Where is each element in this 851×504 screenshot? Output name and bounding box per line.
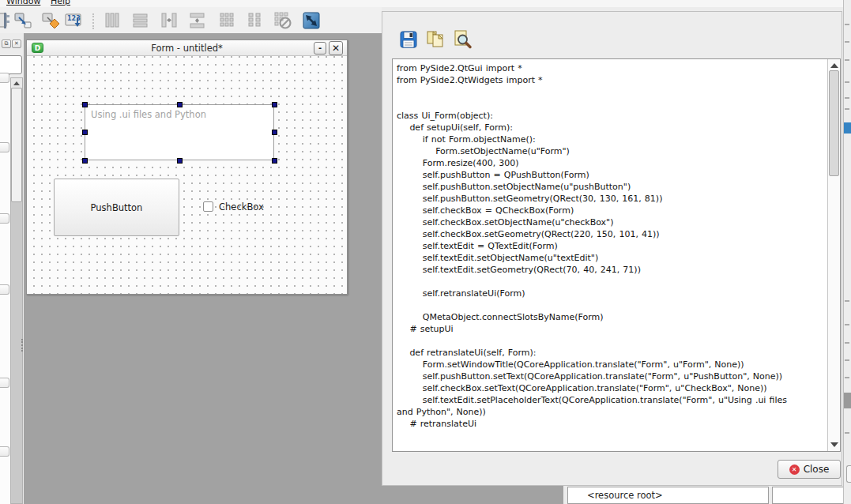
edit-buddies-button[interactable] xyxy=(41,11,60,30)
close-button-label: Close xyxy=(804,464,830,475)
toolbar-separator xyxy=(92,13,94,29)
widget-box-panel: ⧉ ✕ xyxy=(0,33,24,504)
edit-buddies-icon xyxy=(41,11,60,30)
widget-box-item-stub[interactable] xyxy=(0,284,9,295)
copy-icon xyxy=(426,30,446,49)
layout-horizontal-button[interactable] xyxy=(103,11,122,30)
pushbutton-label: PushButton xyxy=(91,202,143,213)
row-line xyxy=(845,24,849,25)
code-view: from PySide2.QtGui import * from PySide2… xyxy=(392,58,841,452)
widget-box-item-stub[interactable] xyxy=(0,142,9,152)
selection-handle[interactable] xyxy=(177,102,183,107)
widget-box-item-stub[interactable] xyxy=(0,213,9,224)
edit-widgets-icon xyxy=(0,11,10,30)
save-icon xyxy=(400,31,417,48)
form-editor-window: D Form - untitled* - ✕ Using .ui files a… xyxy=(26,39,348,295)
code-preview-dialog: from PySide2.QtGui import * from PySide2… xyxy=(382,11,842,486)
form-window-title: Form - untitled* xyxy=(27,43,347,54)
layout-horizontal-icon xyxy=(103,11,122,30)
selection-handle[interactable] xyxy=(82,102,88,107)
widget-box-item-stub[interactable] xyxy=(0,378,9,388)
layout-vertical-splitter-icon xyxy=(188,11,207,30)
form-minimize-button[interactable]: - xyxy=(314,42,326,55)
resource-browser-tree[interactable]: <resource root> xyxy=(567,487,769,504)
right-edge-panel xyxy=(843,0,851,504)
edit-signals-slots-button[interactable] xyxy=(13,11,32,30)
form-title-bar[interactable]: D Form - untitled* - ✕ xyxy=(27,40,347,56)
row-line xyxy=(845,342,849,344)
selected-row-highlight xyxy=(844,122,851,134)
break-layout-button[interactable] xyxy=(273,11,292,30)
menu-help[interactable]: Help xyxy=(51,0,70,6)
layout-form-button[interactable] xyxy=(246,11,265,30)
pushbutton-widget[interactable]: PushButton xyxy=(54,179,179,236)
menu-bar: Window Help xyxy=(0,0,851,7)
float-icon: ⧉ xyxy=(5,40,9,47)
row-line xyxy=(845,432,849,434)
scrollbar-thumb[interactable] xyxy=(829,70,839,176)
tab-order-digits: 123 xyxy=(67,15,81,22)
scroll-up-arrow-icon[interactable] xyxy=(11,78,22,88)
break-layout-icon xyxy=(273,11,292,30)
row-line xyxy=(845,41,849,43)
widget-filter-input[interactable] xyxy=(0,55,22,74)
widget-box-item-stub[interactable] xyxy=(0,73,9,83)
row-line xyxy=(845,108,849,110)
edit-tab-order-button[interactable]: 123 xyxy=(64,11,83,30)
find-icon xyxy=(453,30,473,49)
layout-grid-button[interactable] xyxy=(218,11,237,30)
layout-vertical-splitter-button[interactable] xyxy=(188,11,207,30)
adjust-size-icon xyxy=(302,11,321,30)
row-line xyxy=(845,324,849,325)
resource-root-item[interactable]: <resource root> xyxy=(587,490,663,501)
form-close-button[interactable]: ✕ xyxy=(329,41,343,55)
checkbox-widget[interactable] xyxy=(203,201,213,212)
selection-handle[interactable] xyxy=(272,102,277,107)
adjust-size-button[interactable] xyxy=(302,11,321,30)
row-line xyxy=(845,377,849,378)
scrollbar-thumb[interactable] xyxy=(11,88,22,202)
selection-handle[interactable] xyxy=(82,158,88,164)
copy-button[interactable] xyxy=(426,30,446,52)
row-line xyxy=(845,81,849,83)
edit-signals-slots-icon xyxy=(13,11,32,30)
qt-designer-screen: Window Help xyxy=(0,0,851,504)
widget-box-scrollbar[interactable] xyxy=(10,77,23,504)
layout-form-icon xyxy=(246,11,265,30)
layout-grid-icon xyxy=(218,11,237,30)
widget-box-item-stub[interactable] xyxy=(0,446,9,457)
layout-horizontal-splitter-button[interactable] xyxy=(160,11,179,30)
menu-window[interactable]: Window xyxy=(6,0,40,6)
main-toolbar: 123 xyxy=(0,7,382,33)
selection-handle[interactable] xyxy=(177,158,183,164)
row-line xyxy=(845,300,849,302)
generated-code-text[interactable]: from PySide2.QtGui import * from PySide2… xyxy=(393,59,827,451)
row-line xyxy=(845,359,849,361)
row-line xyxy=(845,97,849,99)
section-header-edge xyxy=(844,393,851,408)
edit-widgets-button[interactable] xyxy=(0,11,10,30)
close-circle-icon: ✕ xyxy=(789,465,800,475)
selection-handle[interactable] xyxy=(82,130,88,135)
row-line xyxy=(845,59,849,61)
code-scrollbar[interactable] xyxy=(827,59,840,451)
save-button[interactable] xyxy=(400,31,417,51)
scroll-up-arrow-icon[interactable] xyxy=(830,63,838,68)
button-edge xyxy=(846,465,851,483)
selection-handle[interactable] xyxy=(272,130,277,135)
dock-float-button[interactable]: ⧉ xyxy=(2,39,11,48)
scroll-down-arrow-icon[interactable] xyxy=(830,442,838,447)
textedit-placeholder: Using .ui files and Python xyxy=(85,105,273,124)
find-button[interactable] xyxy=(453,30,473,52)
form-canvas[interactable]: Using .ui files and Python PushButton Ch… xyxy=(27,56,347,294)
layout-vertical-icon xyxy=(131,11,150,30)
splitter-handle[interactable] xyxy=(21,339,23,352)
layout-horizontal-splitter-icon xyxy=(160,11,179,30)
close-button[interactable]: ✕ Close xyxy=(778,460,841,479)
layout-vertical-button[interactable] xyxy=(131,11,150,30)
close-icon: ✕ xyxy=(14,40,19,47)
selection-handle[interactable] xyxy=(272,158,277,164)
dock-close-button[interactable]: ✕ xyxy=(12,39,21,48)
resource-browser-preview xyxy=(772,487,851,504)
textedit-widget[interactable]: Using .ui files and Python xyxy=(85,104,274,160)
